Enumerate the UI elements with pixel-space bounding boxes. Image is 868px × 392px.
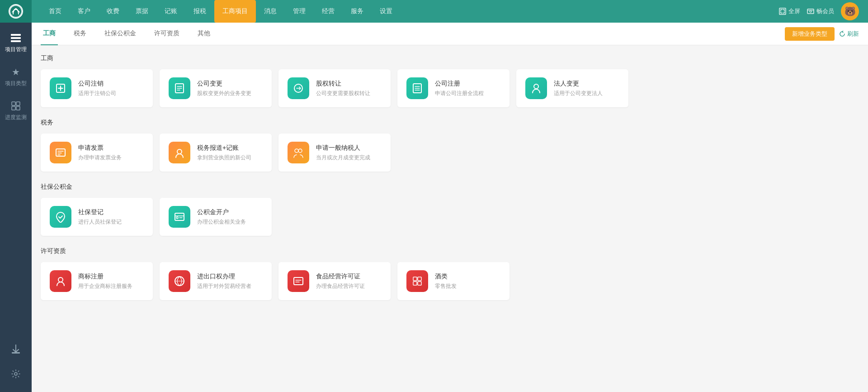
- food-license-icon: [288, 270, 309, 292]
- nav-items: 首页 客户 收费 票据 记账 报税 工商项目 消息 管理 经营 服务 设置: [32, 0, 779, 23]
- svg-rect-31: [418, 282, 421, 285]
- sidebar: 项目管理 ★ 项目类型 进度监测: [0, 23, 32, 392]
- svg-point-12: [14, 373, 17, 375]
- section-business: 工商 公司注销 适用于注销公司: [41, 54, 859, 107]
- section-license-title: 许可资质: [41, 247, 859, 255]
- card-title: 社保登记: [78, 208, 122, 216]
- svg-rect-19: [56, 149, 65, 156]
- card-title: 公积金开户: [197, 208, 246, 216]
- card-company-register-text: 公司注册 申请公司注册全流程: [435, 80, 484, 97]
- card-company-cancel[interactable]: 公司注销 适用于注销公司: [41, 69, 153, 107]
- alcohol-icon: [406, 270, 428, 292]
- cards-grid-social: 社保登记 进行人员社保登记: [41, 198, 859, 236]
- nav-customer[interactable]: 客户: [70, 0, 99, 23]
- tax-accounting-icon: [169, 142, 190, 163]
- card-tax-accounting[interactable]: 税务报道+记账 拿到营业执照的新公司: [160, 134, 272, 172]
- svg-point-22: [298, 149, 302, 153]
- tabs: 工商 税务 社保公积金 许可资质 其他: [41, 23, 212, 45]
- sidebar-item-project-type[interactable]: ★ 项目类型: [0, 61, 32, 93]
- nav-home[interactable]: 首页: [41, 0, 70, 23]
- card-company-change[interactable]: 公司变更 股权变更外的业务变更: [160, 69, 272, 107]
- scroll-content[interactable]: 工商 公司注销 适用于注销公司: [32, 45, 868, 392]
- nav-operation[interactable]: 经营: [314, 0, 343, 23]
- section-license: 许可资质 商标注册 用于企业商标注册服务: [41, 247, 859, 300]
- card-import-export[interactable]: 进出口权办理 适用于对外贸易经营者: [160, 262, 272, 300]
- card-general-taxpayer-text: 申请一般纳税人 当月或次月成变更完成: [316, 144, 370, 162]
- svg-rect-2: [807, 9, 814, 14]
- tab-social-security[interactable]: 社保公积金: [102, 23, 138, 45]
- nav-accounting[interactable]: 记账: [156, 0, 185, 23]
- card-desc: 办理公积金相关业务: [197, 218, 246, 226]
- card-title: 酒类: [435, 272, 457, 281]
- add-business-type-button[interactable]: 新增业务类型: [785, 27, 835, 41]
- card-alcohol[interactable]: 酒类 零售批发: [397, 262, 509, 300]
- cards-grid-license: 商标注册 用于企业商标注册服务 进出口权办理: [41, 262, 859, 300]
- tab-tax[interactable]: 税务: [71, 23, 89, 45]
- star-icon: ★: [10, 67, 21, 77]
- card-title: 公司变更: [197, 80, 251, 88]
- tab-business[interactable]: 工商: [41, 23, 58, 45]
- general-taxpayer-icon: [288, 142, 309, 163]
- card-title: 税务报道+记账: [197, 144, 251, 152]
- card-trademark[interactable]: 商标注册 用于企业商标注册服务: [41, 262, 153, 300]
- card-food-license[interactable]: 食品经营许可证 办理食品经营许可证: [278, 262, 391, 300]
- cards-grid-business: 公司注销 适用于注销公司 公司变更 股: [41, 69, 859, 107]
- svg-rect-9: [12, 106, 15, 110]
- nav-settings[interactable]: 设置: [372, 0, 401, 23]
- svg-point-20: [177, 149, 182, 154]
- card-desc: 申请公司注册全流程: [435, 90, 484, 97]
- nav-tax[interactable]: 报税: [185, 0, 214, 23]
- card-provident-fund[interactable]: 公积金开户 办理公积金相关业务: [160, 198, 272, 236]
- nav-business[interactable]: 工商项目: [214, 0, 256, 23]
- card-equity-transfer[interactable]: 股权转让 公司变更需要股权转让: [278, 69, 391, 107]
- svg-rect-30: [413, 282, 417, 285]
- svg-rect-11: [12, 352, 20, 354]
- provident-fund-icon: [169, 206, 190, 228]
- fullscreen-button[interactable]: 全屏: [779, 7, 800, 15]
- tab-other[interactable]: 其他: [195, 23, 212, 45]
- tab-bar: 工商 税务 社保公积金 许可资质 其他 新增业务类型 刷新: [32, 23, 868, 45]
- card-title: 法人变更: [554, 80, 603, 88]
- company-register-icon: [406, 77, 428, 99]
- nav-service[interactable]: 服务: [343, 0, 372, 23]
- card-desc: 办理申请发票业务: [78, 154, 122, 162]
- nav-message[interactable]: 消息: [256, 0, 285, 23]
- section-tax: 税务 申请发票 办理申请发票业务: [41, 119, 859, 172]
- card-equity-transfer-text: 股权转让 公司变更需要股权转让: [316, 80, 370, 97]
- sidebar-item-project-management[interactable]: 项目管理: [0, 27, 32, 59]
- grid-icon: [10, 100, 21, 111]
- section-social-security-title: 社保公积金: [41, 183, 859, 191]
- svg-point-0: [10, 5, 22, 17]
- card-title: 申请发票: [78, 144, 122, 152]
- card-desc: 进行人员社保登记: [78, 218, 122, 226]
- card-apply-invoice[interactable]: 申请发票 办理申请发票业务: [41, 134, 153, 172]
- sidebar-download-icon[interactable]: [0, 340, 32, 358]
- tab-license[interactable]: 许可资质: [152, 23, 182, 45]
- card-desc: 适用于公司变更法人: [554, 90, 603, 97]
- refresh-button[interactable]: 刷新: [839, 30, 859, 38]
- nav-fee[interactable]: 收费: [99, 0, 127, 23]
- sidebar-bottom: [0, 340, 32, 392]
- import-export-icon: [169, 270, 190, 292]
- card-social-security-text: 社保登记 进行人员社保登记: [78, 208, 122, 226]
- card-food-license-text: 食品经营许可证 办理食品经营许可证: [316, 272, 365, 290]
- cards-grid-tax: 申请发票 办理申请发票业务 税务报道+记账: [41, 134, 859, 172]
- list-icon: [10, 33, 21, 43]
- card-general-taxpayer[interactable]: 申请一般纳税人 当月或次月成变更完成: [278, 134, 391, 172]
- card-legal-change[interactable]: 法人变更 适用于公司变更法人: [516, 69, 628, 107]
- nav-invoice[interactable]: 票据: [127, 0, 156, 23]
- card-desc: 办理食品经营许可证: [316, 282, 365, 290]
- svg-point-3: [810, 10, 811, 12]
- card-company-register[interactable]: 公司注册 申请公司注册全流程: [397, 69, 509, 107]
- card-title: 食品经营许可证: [316, 272, 365, 281]
- svg-rect-4: [11, 34, 21, 36]
- card-trademark-text: 商标注册 用于企业商标注册服务: [78, 272, 132, 290]
- trademark-icon: [50, 270, 71, 292]
- sidebar-item-progress[interactable]: 进度监测: [0, 95, 32, 127]
- section-business-title: 工商: [41, 54, 859, 62]
- member-button[interactable]: 畅会员: [807, 7, 834, 15]
- svg-point-18: [534, 84, 538, 89]
- sidebar-settings-icon[interactable]: [0, 365, 32, 383]
- nav-manage[interactable]: 管理: [285, 0, 314, 23]
- card-social-security-register[interactable]: 社保登记 进行人员社保登记: [41, 198, 153, 236]
